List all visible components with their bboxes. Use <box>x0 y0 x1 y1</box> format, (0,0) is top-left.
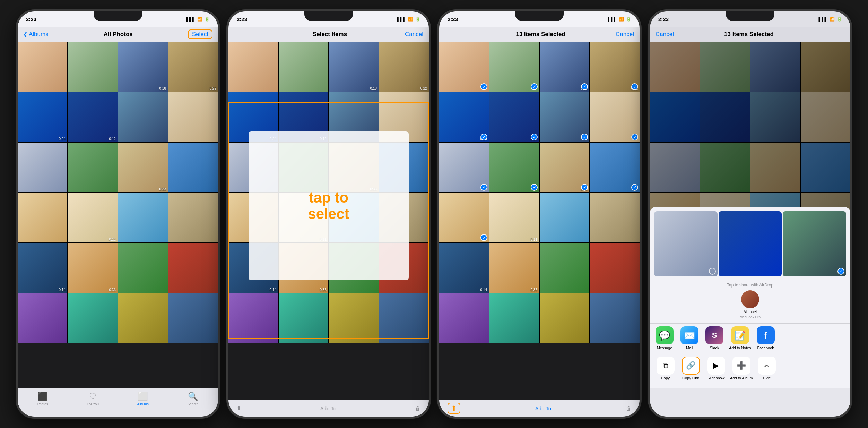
photo-cell[interactable] <box>540 243 589 293</box>
photo-cell[interactable] <box>168 143 218 192</box>
photo-cell[interactable]: 0:14 <box>439 243 489 293</box>
photo-cell[interactable] <box>439 293 489 343</box>
cancel-btn-2[interactable]: Cancel <box>405 31 423 38</box>
photo-cell[interactable]: ✓ <box>489 143 539 192</box>
photo-cell[interactable]: ✓ <box>439 143 489 192</box>
photo-cell[interactable]: ✓ <box>489 42 539 92</box>
photo-cell[interactable]: 0:24✓ <box>439 92 489 142</box>
photo-cell[interactable] <box>68 293 118 343</box>
albums-back-btn[interactable]: Albums <box>23 31 49 38</box>
photo-cell[interactable] <box>168 193 218 242</box>
share-app-notes[interactable]: 📝 Add to Notes <box>729 326 751 350</box>
addto-btn-2[interactable]: Add To <box>320 405 336 411</box>
photo-cell[interactable]: 0:18 <box>329 42 379 92</box>
selection-check: ✓ <box>631 184 638 191</box>
photo-cell[interactable]: 0:11 <box>489 193 539 242</box>
tap-to-select-text: tap toselect <box>308 190 349 222</box>
photo-cell[interactable]: 0:11 <box>68 193 118 242</box>
photo-cell[interactable] <box>750 92 800 142</box>
photo-cell[interactable] <box>118 243 168 293</box>
action-slideshow[interactable]: ▶ Slideshow <box>705 357 727 380</box>
photo-cell[interactable] <box>379 293 429 343</box>
trash-btn-2[interactable]: 🗑 <box>415 405 420 411</box>
photo-cell[interactable] <box>168 293 218 343</box>
photo-cell[interactable] <box>700 92 750 142</box>
share-app-message[interactable]: 💬 Message <box>654 326 675 350</box>
photo-cell[interactable]: ✓ <box>439 193 489 242</box>
photo-cell[interactable] <box>590 193 640 242</box>
photo-cell[interactable] <box>700 143 750 192</box>
photo-cell[interactable]: 0:22 <box>379 42 429 92</box>
photo-cell[interactable] <box>118 293 168 343</box>
photo-cell[interactable] <box>168 243 218 293</box>
photo-cell[interactable]: 0:33✓ <box>540 143 589 192</box>
addto-btn-3[interactable]: Add To <box>535 405 551 411</box>
photo-cell[interactable] <box>801 42 850 92</box>
photo-cell[interactable] <box>18 293 67 343</box>
tab-search-1[interactable]: 🔍 Search <box>168 392 218 406</box>
airdrop-contact-michael[interactable]: Michael MacBook Pro <box>740 290 761 319</box>
photo-cell[interactable]: 0:24 <box>18 92 67 142</box>
photo-cell[interactable]: 0:36 <box>489 243 539 293</box>
photo-cell[interactable] <box>750 42 800 92</box>
photo-cell[interactable] <box>68 143 118 192</box>
photo-cell[interactable] <box>228 42 278 92</box>
photo-cell[interactable] <box>18 193 67 242</box>
add-album-label: Add to Album <box>730 376 753 380</box>
photo-cell[interactable] <box>228 293 278 343</box>
photo-cell[interactable]: 0:33 <box>118 143 168 192</box>
photo-cell[interactable] <box>118 193 168 242</box>
action-add-album[interactable]: ➕ Add to Album <box>730 357 753 380</box>
photo-cell[interactable] <box>650 42 700 92</box>
cancel-btn-3[interactable]: Cancel <box>616 31 634 38</box>
slack-icon: S <box>705 326 723 344</box>
photo-cell[interactable] <box>18 143 67 192</box>
photo-cell[interactable] <box>540 193 589 242</box>
select-btn-1[interactable]: Select <box>188 29 212 39</box>
photo-cell[interactable]: 0:22 <box>168 42 218 92</box>
photo-cell[interactable] <box>750 143 800 192</box>
nav-bar-3: 13 Items Selected Cancel <box>439 27 640 42</box>
photo-cell[interactable]: 0:14 <box>18 243 67 293</box>
photo-cell[interactable]: 0:12✓ <box>489 92 539 142</box>
time-4: 2:23 <box>658 16 669 22</box>
photo-cell[interactable]: 0:18✓ <box>540 42 589 92</box>
photo-cell[interactable] <box>540 293 589 343</box>
photo-cell[interactable] <box>68 42 118 92</box>
photo-cell[interactable]: ✓ <box>540 92 589 142</box>
photo-cell[interactable]: 0:18 <box>118 42 168 92</box>
photo-cell[interactable]: 0:22✓ <box>590 42 640 92</box>
trash-btn-3[interactable]: 🗑 <box>626 405 631 411</box>
share-app-slack[interactable]: S Slack <box>704 326 725 350</box>
photo-cell[interactable] <box>329 293 379 343</box>
photo-cell[interactable]: ✓ <box>590 92 640 142</box>
share-app-facebook[interactable]: f Facebook <box>755 326 776 350</box>
tab-foryou-1[interactable]: ♡ For You <box>68 392 118 406</box>
photo-cell[interactable]: ✓ <box>590 143 640 192</box>
photo-cell[interactable]: 0:36 <box>68 243 118 293</box>
photo-cell[interactable] <box>700 42 750 92</box>
photo-cell[interactable]: 0:12 <box>68 92 118 142</box>
photo-cell[interactable]: ✓ <box>439 42 489 92</box>
photo-cell[interactable] <box>590 293 640 343</box>
share-app-mail[interactable]: ✉️ Mail <box>679 326 700 350</box>
photo-cell[interactable] <box>279 293 328 343</box>
photo-cell[interactable] <box>801 143 850 192</box>
share-btn-3[interactable]: ⬆ <box>448 403 460 414</box>
photo-cell[interactable] <box>650 92 700 142</box>
photo-cell[interactable] <box>650 143 700 192</box>
photo-cell[interactable] <box>18 42 67 92</box>
photo-cell[interactable] <box>279 42 328 92</box>
tab-photos-1[interactable]: ⬛ Photos <box>18 392 68 406</box>
photo-cell[interactable] <box>489 293 539 343</box>
action-hide[interactable]: ✂ Hide <box>755 357 778 380</box>
photo-cell[interactable] <box>801 92 850 142</box>
photo-cell[interactable] <box>590 243 640 293</box>
action-copy[interactable]: ⧉ Copy <box>654 357 677 380</box>
cancel-btn-4[interactable]: Cancel <box>656 31 674 38</box>
photo-cell[interactable] <box>168 92 218 142</box>
tab-albums-1[interactable]: ⬜ Albums <box>118 392 168 406</box>
action-copy-link[interactable]: 🔗 Copy Link <box>679 357 702 380</box>
share-btn-2[interactable]: ⬆ <box>237 405 241 411</box>
photo-cell[interactable] <box>118 92 168 142</box>
